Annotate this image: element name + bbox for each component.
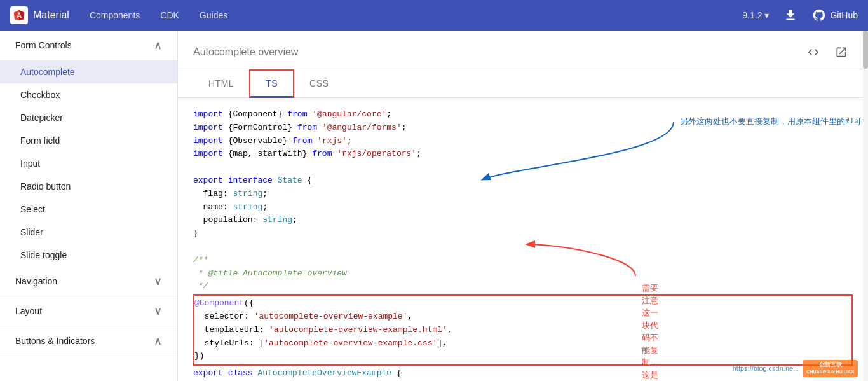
angular-logo-icon: [10, 6, 28, 24]
code-line-16: selector: 'autocomplete-overview-example…: [194, 310, 851, 324]
form-controls-chevron-icon: ∧: [154, 38, 162, 52]
open-external-icon[interactable]: [830, 41, 853, 64]
sidebar-section-layout[interactable]: Layout ∨: [0, 296, 177, 326]
code-line-5: [193, 161, 853, 174]
tab-css[interactable]: CSS: [294, 69, 344, 97]
nav-logo-text: Material: [33, 10, 69, 21]
sidebar-item-checkbox[interactable]: Checkbox: [0, 83, 177, 106]
main-content: Autocomplete overview HTML TS CSS: [178, 31, 868, 381]
code-line-1: import {Component} from '@angular/core';: [193, 108, 853, 121]
code-line-7: flag: string;: [193, 188, 853, 201]
code-line-9: population: string;: [193, 214, 853, 227]
nav-components[interactable]: Components: [90, 8, 140, 23]
sidebar: Form Controls ∧ Autocomplete Checkbox Da…: [0, 31, 178, 381]
main-layout: Form Controls ∧ Autocomplete Checkbox Da…: [0, 31, 868, 381]
buttons-chevron-icon: ∧: [154, 334, 162, 348]
sidebar-item-slide-toggle[interactable]: Slide toggle: [0, 244, 177, 267]
top-nav: Material Components CDK Guides 9.1.2 ▾ G…: [0, 0, 868, 31]
form-controls-label: Form Controls: [15, 40, 72, 50]
code-icon[interactable]: [802, 41, 825, 64]
annotation-box-component: @Component({ selector: 'autocomplete-ove…: [193, 294, 853, 366]
nav-right: 9.1.2 ▾ GitHub: [742, 4, 858, 27]
content-actions: [802, 41, 853, 64]
sidebar-item-slider[interactable]: Slider: [0, 221, 177, 244]
navigation-chevron-icon: ∨: [154, 274, 162, 288]
code-line-2: import {FormControl} from '@angular/form…: [193, 121, 853, 135]
nav-cdk[interactable]: CDK: [160, 8, 179, 23]
nav-logo[interactable]: Material: [10, 6, 69, 24]
page-title: Autocomplete overview: [193, 46, 298, 58]
code-line-11: [193, 240, 853, 254]
navigation-label: Navigation: [15, 276, 57, 286]
tab-html[interactable]: HTML: [193, 69, 249, 97]
version-text: 9.1.2: [742, 10, 762, 20]
code-line-18: styleUrls: ['autocomplete-overview-examp…: [194, 337, 851, 350]
sidebar-item-radio-button[interactable]: Radio button: [0, 175, 177, 198]
layout-label: Layout: [15, 306, 42, 316]
code-line-3: import {Observable} from 'rxjs';: [193, 135, 853, 148]
sidebar-section-buttons[interactable]: Buttons & Indicators ∧: [0, 326, 177, 356]
code-line-10: }: [193, 227, 853, 240]
content-header: Autocomplete overview: [178, 31, 868, 69]
github-label: GitHub: [830, 10, 858, 20]
sidebar-item-input[interactable]: Input: [0, 152, 177, 175]
layout-chevron-icon: ∨: [154, 304, 162, 318]
download-icon[interactable]: [779, 4, 802, 27]
watermark: https://blog.csdn.ne... 创新互联CHUANG XIN H…: [733, 360, 858, 377]
watermark-logo: 创新互联CHUANG XIN HU LIAN: [803, 360, 858, 377]
sidebar-section-form-controls[interactable]: Form Controls ∧: [0, 31, 177, 60]
scrollbar-thumb[interactable]: [863, 31, 868, 69]
version-selector[interactable]: 9.1.2 ▾: [742, 10, 769, 20]
sidebar-item-select[interactable]: Select: [0, 198, 177, 221]
version-chevron-icon: ▾: [764, 10, 769, 20]
code-line-14: */: [193, 280, 853, 293]
code-line-17: templateUrl: 'autocomplete-overview-exam…: [194, 324, 851, 337]
sidebar-item-datepicker[interactable]: Datepicker: [0, 106, 177, 129]
code-line-6: export interface State {: [193, 174, 853, 188]
watermark-url: https://blog.csdn.ne...: [733, 364, 799, 372]
code-line-12: /**: [193, 254, 853, 267]
nav-guides[interactable]: Guides: [200, 8, 227, 23]
sidebar-section-navigation[interactable]: Navigation ∨: [0, 267, 177, 296]
github-link[interactable]: GitHub: [812, 8, 858, 22]
code-tabs: HTML TS CSS: [178, 69, 868, 98]
code-line-8: name: string;: [193, 201, 853, 214]
code-line-15: @Component({: [194, 297, 851, 310]
code-content: import {Component} from '@angular/core';…: [178, 98, 868, 381]
tab-ts[interactable]: TS: [249, 69, 294, 98]
scrollbar-track[interactable]: [863, 31, 868, 381]
buttons-label: Buttons & Indicators: [15, 336, 95, 346]
sidebar-item-form-field[interactable]: Form field: [0, 129, 177, 152]
sidebar-item-autocomplete[interactable]: Autocomplete: [0, 60, 177, 83]
code-line-13: * @title Autocomplete overview: [193, 267, 853, 281]
code-line-4: import {map, startWith} from 'rxjs/opera…: [193, 148, 853, 161]
